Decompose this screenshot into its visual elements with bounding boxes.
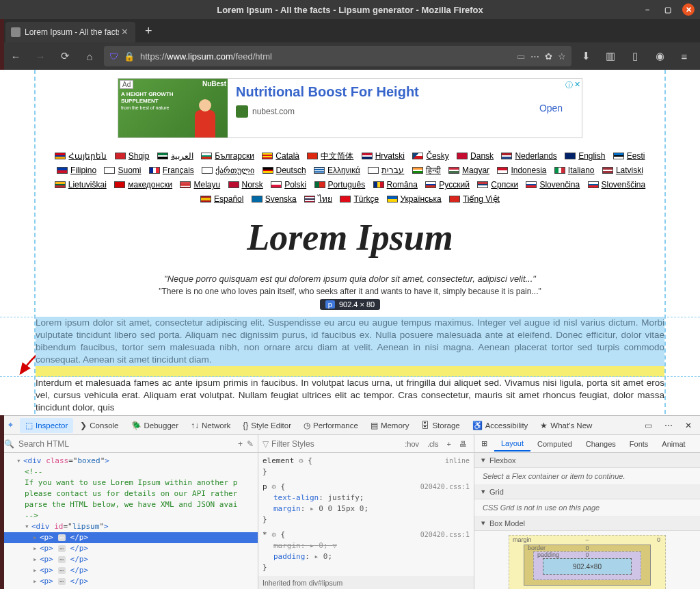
language-link[interactable]: Български [201,149,254,163]
url-bar[interactable]: 🛡 🔒 https://www.lipsum.com/feed/html ▭ ⋯… [104,46,571,66]
storage-tab[interactable]: 🗄Storage [416,418,465,433]
language-link[interactable]: Português [314,178,366,192]
tracking-shield-icon[interactable]: 🛡 [109,51,118,62]
language-link[interactable]: Melayu [180,178,220,192]
account-button[interactable]: ◉ [649,46,670,66]
page-action-icon[interactable]: ▭ [517,51,525,62]
language-link[interactable]: Norsk [228,178,263,192]
language-link[interactable]: Latviski [602,163,643,177]
home-button[interactable]: ⌂ [79,46,100,66]
reader-mode-icon[interactable]: ✿ [545,51,552,62]
inspector-tab[interactable]: ⬚Inspector [20,418,73,433]
bookmark-star-icon[interactable]: ☆ [558,51,566,62]
performance-tab[interactable]: ◷Performance [298,418,364,433]
css-rules[interactable]: element ⚙ {inline } p ⚙ {020420.css:1 te… [258,453,474,589]
computed-subtab[interactable]: Computed [530,437,579,451]
flag-icon [412,153,423,159]
reload-button[interactable]: ⟳ [55,46,75,66]
back-button[interactable]: ← [5,46,26,66]
language-link[interactable]: Filipino [57,163,96,177]
library-button[interactable]: ▥ [600,46,621,66]
more-actions-icon[interactable]: ⋯ [530,51,539,62]
language-link[interactable]: Հայերեն [55,149,107,163]
window-maximize-button[interactable]: ▢ [662,3,674,16]
lock-icon[interactable]: 🔒 [124,51,135,62]
ad-banner[interactable]: Ad NuBest A HEIGHT GROWTHSUPPLEMENTfrom … [118,78,582,138]
devtools-close-button[interactable]: ✕ [679,418,697,433]
window-minimize-button[interactable]: – [641,3,654,16]
changes-subtab[interactable]: Changes [579,437,623,451]
add-node-button[interactable]: + [238,439,243,449]
sidebar-button[interactable]: ▯ [625,46,645,66]
language-link[interactable]: Français [149,163,194,177]
network-tab[interactable]: ↑↓Network [185,418,236,433]
language-link[interactable]: Català [262,149,299,163]
cls-toggle[interactable]: .cls [425,439,442,449]
language-link[interactable]: Ελληνικά [314,163,360,177]
language-link[interactable]: Dansk [457,149,494,163]
language-link[interactable]: Eesti [613,149,645,163]
language-link[interactable]: Tiếng Việt [449,192,500,206]
language-link[interactable]: Româna [373,178,418,192]
language-link[interactable]: Česky [412,149,448,163]
language-link[interactable]: עברית [368,163,404,177]
new-rule-button[interactable]: + [444,439,454,449]
downloads-button[interactable]: ⬇ [576,46,596,66]
ad-info-close[interactable]: ⓘ✕ [565,80,580,90]
language-link[interactable]: Türkçe [340,192,379,206]
language-link[interactable]: Lietuviškai [55,178,107,192]
hov-toggle[interactable]: :hov [402,439,422,449]
filter-styles-input[interactable] [271,439,399,449]
browser-tab[interactable]: Lorem Ipsum - All the facts ✕ [5,22,135,42]
menu-button[interactable]: ≡ [674,46,695,66]
language-link[interactable]: Deutsch [262,163,306,177]
flexbox-header[interactable]: ▾Flexbox [474,453,700,468]
whats-new-tab[interactable]: ★What's New [535,418,597,433]
language-link[interactable]: македонски [114,178,172,192]
debugger-tab[interactable]: 🪲Debugger [126,418,185,433]
accessibility-tab[interactable]: ♿Accessibility [467,418,534,433]
language-link[interactable]: हिन्दी [412,163,441,177]
language-link[interactable]: Español [200,192,243,206]
language-link[interactable]: Svenska [252,192,297,206]
language-link[interactable]: Italiano [554,163,595,177]
new-tab-button[interactable]: + [145,24,152,42]
animations-subtab[interactable]: Animat [655,437,692,451]
style-editor-tab[interactable]: {}Style Editor [237,418,297,433]
dom-tree[interactable]: ▾<div class="boxed"> <!--If you want to … [0,453,258,589]
language-link[interactable]: Српски [477,178,518,192]
language-link[interactable]: Pyccкий [425,178,470,192]
language-link[interactable]: Hrvatski [362,149,405,163]
console-tab[interactable]: ❯Console [75,418,124,433]
html-search-input[interactable] [18,439,234,449]
language-link[interactable]: العربية [157,149,193,163]
language-link[interactable]: Українська [387,192,442,206]
language-link[interactable]: Suomi [104,163,141,177]
element-picker-button[interactable]: ⌖ [3,418,18,432]
fonts-subtab[interactable]: Fonts [623,437,656,451]
grid-header[interactable]: ▾Grid [474,484,700,499]
language-link[interactable]: Nederlands [501,149,556,163]
eyedropper-button[interactable]: ✎ [247,439,254,449]
language-link[interactable]: English [565,149,605,163]
window-close-button[interactable]: ✕ [682,3,695,16]
memory-tab[interactable]: ▤Memory [365,418,415,433]
language-link[interactable]: Magyar [448,163,489,177]
language-link[interactable]: Slovenčina [526,178,580,192]
devtools-menu-button[interactable]: ⋯ [659,418,678,433]
layout-waffle-icon[interactable]: ⊞ [474,436,494,451]
language-link[interactable]: 中文简体 [307,149,353,163]
language-link[interactable]: ไทย [304,192,332,206]
language-link[interactable]: ქართული [202,163,254,177]
responsive-mode-button[interactable]: ▭ [639,418,658,433]
forward-button[interactable]: → [30,46,51,66]
print-sim-button[interactable]: 🖶 [457,439,470,449]
box-model-diagram[interactable]: 902.4×80 margin border padding – 0 0 0 [509,535,666,589]
language-link[interactable]: Shqip [115,149,150,163]
language-link[interactable]: Polski [271,178,306,192]
boxmodel-header[interactable]: ▾Box Model [474,516,700,531]
layout-subtab[interactable]: Layout [494,436,530,451]
language-link[interactable]: Slovenščina [588,178,646,192]
tab-close-button[interactable]: ✕ [119,27,130,38]
language-link[interactable]: Indonesia [497,163,546,177]
